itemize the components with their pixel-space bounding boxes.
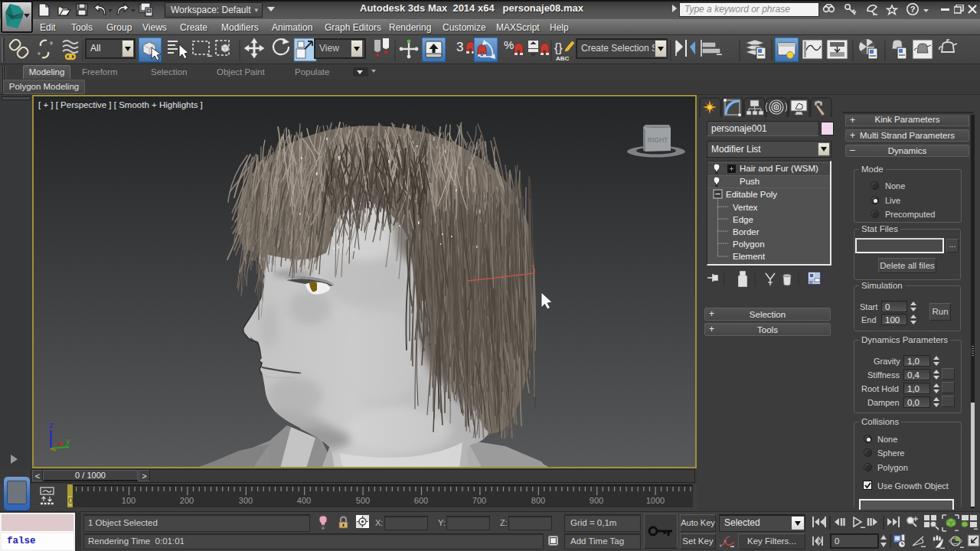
svg-text:700: 700 [472, 496, 486, 505]
svg-text:800: 800 [531, 496, 545, 505]
svg-text:0: 0 [835, 536, 839, 546]
svg-text:z: z [49, 420, 54, 429]
svg-text:Polygon: Polygon [733, 240, 765, 249]
svg-text:%: % [504, 38, 514, 51]
svg-text:900: 900 [590, 496, 603, 505]
svg-text:300: 300 [239, 496, 253, 505]
svg-text:ABC: ABC [556, 55, 570, 62]
svg-text:Edge: Edge [733, 215, 753, 224]
svg-text:500: 500 [356, 496, 370, 505]
svg-text:y: y [66, 436, 70, 445]
svg-text:600: 600 [414, 496, 428, 505]
svg-text:3: 3 [456, 40, 463, 54]
svg-text:400: 400 [297, 496, 311, 505]
svg-text:200: 200 [180, 496, 194, 505]
svg-text:Element: Element [733, 252, 766, 261]
svg-text:0: 0 [68, 496, 73, 505]
svg-text:Hair and Fur (WSM): Hair and Fur (WSM) [740, 164, 818, 173]
svg-text:{}: {} [554, 41, 563, 54]
svg-text:x: x [58, 439, 63, 448]
svg-text:?: ? [910, 5, 916, 14]
svg-text:1000: 1000 [646, 496, 665, 505]
svg-text:[ + ] [ Perspective ] [ Smooth: [ + ] [ Perspective ] [ Smooth + Highlig… [38, 100, 203, 109]
svg-text:Editable Poly: Editable Poly [726, 190, 777, 199]
svg-text:RIGHT: RIGHT [648, 136, 668, 144]
svg-text:Vertex: Vertex [733, 203, 758, 212]
svg-text:100: 100 [122, 496, 136, 505]
svg-text:Border: Border [733, 227, 760, 236]
svg-text:y: y [531, 262, 534, 269]
svg-text:Push: Push [740, 177, 760, 186]
